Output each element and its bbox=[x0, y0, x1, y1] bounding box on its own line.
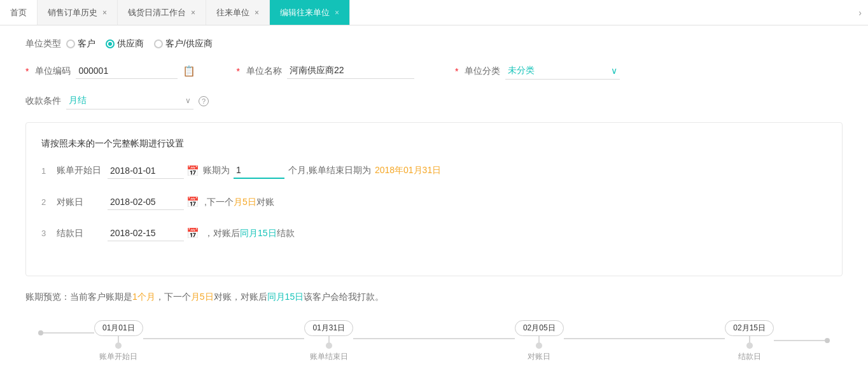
payment-terms-label: 收款条件 bbox=[25, 95, 61, 107]
calendar-icon-2[interactable]: 📅 bbox=[186, 196, 199, 208]
timeline-date-2: 01月31日 bbox=[304, 320, 353, 336]
payment-terms-value: 月结 bbox=[69, 95, 183, 106]
timeline-point-3: 02月05日 对账日 bbox=[515, 320, 564, 362]
timeline-point-1: 01月01日 账单开始日 bbox=[94, 320, 143, 362]
help-icon[interactable]: ? bbox=[199, 96, 209, 106]
timeline-end bbox=[774, 338, 830, 343]
unit-category-label: 单位分类 bbox=[465, 66, 500, 77]
tab-home[interactable]: 首页 bbox=[0, 0, 38, 25]
timeline-line-start bbox=[43, 332, 94, 334]
radio-label-customer: 客户 bbox=[78, 38, 95, 50]
period-end-date: 2018年01月31日 bbox=[375, 165, 441, 176]
radio-customer[interactable]: 客户 bbox=[66, 38, 95, 50]
chevron-down-icon: ∨ bbox=[611, 66, 617, 76]
unit-type-radio-group: 客户 供应商 客户/供应商 bbox=[66, 38, 213, 50]
unit-category-field: * 单位分类 未分类 ∨ bbox=[455, 62, 620, 80]
tab-close-sales[interactable]: × bbox=[102, 8, 107, 17]
tab-more-button[interactable]: › bbox=[852, 0, 868, 25]
period-label-after: 个月,账单结束日期为 bbox=[288, 165, 371, 176]
calendar-icon-1[interactable]: 📅 bbox=[186, 165, 199, 177]
row-2-desc: ,下一个月5日对账 bbox=[204, 197, 274, 208]
unit-name-label: 单位名称 bbox=[246, 66, 282, 77]
dropdown-arrow-icon: ∨ bbox=[185, 96, 191, 105]
tab-close-edit-partner[interactable]: × bbox=[335, 8, 339, 17]
payment-terms-dropdown[interactable]: 月结 ∨ bbox=[66, 92, 193, 109]
tab-partners[interactable]: 往来单位 × bbox=[206, 0, 270, 25]
unit-category-value: 未分类 bbox=[508, 65, 608, 76]
timeline-date-4: 02月15日 bbox=[725, 320, 774, 336]
radio-circle-customer bbox=[66, 39, 75, 48]
timeline-label-4: 结款日 bbox=[738, 351, 761, 362]
timeline-point-2: 01月31日 账单结束日 bbox=[304, 320, 353, 362]
settings-row-3: 3 结款日 📅 ，对账后同月15日结款 bbox=[41, 225, 827, 241]
unit-name-input[interactable] bbox=[287, 63, 414, 79]
payment-terms-row: 收款条件 月结 ∨ ? bbox=[25, 92, 843, 109]
timeline-wrapper: 01月01日 账单开始日 01月31日 账单结束日 02月05日 对账日 bbox=[25, 320, 843, 362]
tab-cash-workbench[interactable]: 钱货日清工作台 × bbox=[118, 0, 206, 25]
radio-label-customer-supplier: 客户/供应商 bbox=[165, 38, 213, 50]
preview-text: 账期预览：当前客户账期是1个月，下一个月5日对账，对账后同月15日该客户会给我打… bbox=[25, 289, 843, 305]
timeline-point-4: 02月15日 结款日 bbox=[725, 320, 774, 362]
radio-supplier[interactable]: 供应商 bbox=[106, 38, 144, 50]
unit-code-input[interactable] bbox=[76, 63, 178, 79]
settings-title: 请按照未来的一个完整帐期进行设置 bbox=[41, 138, 827, 150]
tab-edit-partner[interactable]: 编辑往来单位 × bbox=[270, 0, 350, 25]
row-label-1: 账单开始日 bbox=[57, 165, 108, 176]
timeline-start-dot bbox=[38, 330, 43, 335]
unit-type-field: 单位类型 客户 供应商 客户/供应商 bbox=[25, 38, 213, 50]
timeline-label-1: 账单开始日 bbox=[99, 351, 137, 362]
settings-row-1: 1 账单开始日 📅 账期为 个月,账单结束日期为 2018年01月31日 bbox=[41, 162, 827, 179]
main-content: 单位类型 客户 供应商 客户/供应商 * 单位编码 bbox=[0, 25, 868, 387]
tab-close-cash[interactable]: × bbox=[191, 8, 195, 17]
timeline-label-3: 对账日 bbox=[528, 351, 550, 362]
tab-close-partners[interactable]: × bbox=[255, 8, 259, 17]
unit-type-row: 单位类型 客户 供应商 客户/供应商 bbox=[25, 38, 843, 50]
unit-name-field: * 单位名称 bbox=[236, 63, 414, 79]
period-value-input[interactable] bbox=[234, 162, 284, 179]
row-3-desc: ，对账后同月15日结款 bbox=[204, 228, 295, 239]
radio-circle-supplier bbox=[106, 39, 115, 48]
copy-icon[interactable]: 📋 bbox=[183, 65, 195, 77]
row-label-3: 结款日 bbox=[57, 228, 108, 239]
timeline-date-3: 02月05日 bbox=[515, 320, 564, 336]
unit-code-label: 单位编码 bbox=[35, 66, 71, 77]
period-label-before: 账期为 bbox=[203, 165, 230, 176]
tab-sales-history[interactable]: 销售订单历史 × bbox=[38, 0, 118, 25]
settings-row-2: 2 对账日 📅 ,下一个月5日对账 bbox=[41, 194, 827, 210]
radio-customer-supplier[interactable]: 客户/供应商 bbox=[154, 38, 213, 50]
radio-label-supplier: 供应商 bbox=[117, 38, 144, 50]
start-date-input[interactable] bbox=[108, 163, 184, 179]
calendar-icon-3[interactable]: 📅 bbox=[186, 227, 199, 239]
unit-info-row: * 单位编码 📋 * 单位名称 * 单位分类 未分类 ∨ bbox=[25, 62, 843, 80]
unit-category-dropdown[interactable]: 未分类 ∨ bbox=[505, 62, 620, 80]
reconcile-date-input[interactable] bbox=[108, 194, 184, 210]
timeline-date-1: 01月01日 bbox=[94, 320, 143, 336]
payment-terms-field: 收款条件 月结 ∨ ? bbox=[25, 92, 209, 109]
row-num-1: 1 bbox=[41, 166, 57, 176]
settings-box: 请按照未来的一个完整帐期进行设置 1 账单开始日 📅 账期为 个月,账单结束日期… bbox=[25, 122, 843, 276]
radio-circle-customer-supplier bbox=[154, 39, 163, 48]
row-num-3: 3 bbox=[41, 229, 57, 238]
timeline-start bbox=[38, 330, 94, 335]
row-num-2: 2 bbox=[41, 197, 57, 207]
timeline-end-dot bbox=[825, 338, 830, 343]
tab-bar: 首页 销售订单历史 × 钱货日清工作台 × 往来单位 × 编辑往来单位 × › bbox=[0, 0, 868, 25]
row-label-2: 对账日 bbox=[57, 197, 108, 208]
timeline-label-2: 账单结束日 bbox=[310, 351, 348, 362]
unit-code-field: * 单位编码 📋 bbox=[25, 63, 195, 79]
unit-type-label: 单位类型 bbox=[25, 38, 61, 50]
payment-date-input[interactable] bbox=[108, 225, 184, 241]
